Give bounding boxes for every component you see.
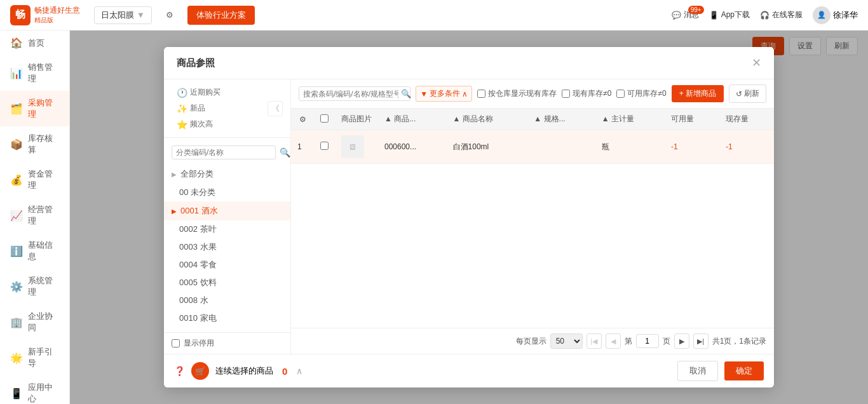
messages-button[interactable]: 💬 消息 99+	[672, 10, 699, 20]
available-stock-filter[interactable]: 可用库存≠0	[616, 88, 666, 99]
system-icon: ⚙️	[10, 281, 23, 293]
show-disabled-checkbox[interactable]	[172, 339, 180, 347]
nav-right: 💬 消息 99+ 📱 App下载 🎧 在线客服 👤 徐泽华	[672, 6, 858, 24]
by-warehouse-checkbox[interactable]	[477, 90, 485, 98]
category-item-fruit[interactable]: 0003 水果	[164, 238, 290, 256]
sidebar-item-basics[interactable]: ℹ️ 基础信息	[0, 233, 69, 269]
row-checkbox-cell	[314, 130, 335, 164]
sidebar-item-enterprise[interactable]: 🏢 企业协同	[0, 304, 69, 340]
product-reference-modal: 商品参照 ✕ 🕐 近期购买	[164, 47, 774, 387]
show-disabled-label[interactable]: 显示停用	[184, 338, 214, 349]
row-stock: -1	[719, 130, 774, 164]
home-icon: 🏠	[10, 37, 23, 49]
refresh-icon: ↺	[736, 90, 742, 98]
user-profile[interactable]: 👤 徐泽华	[813, 6, 858, 24]
apps-icon: 📱	[10, 387, 23, 400]
category-list: 🔍 ▶ 全部分类 00 未分类 ▶ 0001 酒水	[164, 138, 290, 332]
next-page-button[interactable]: ▶	[674, 333, 689, 349]
table-row: 1 🖼	[291, 130, 774, 164]
collapse-icon[interactable]: ∧	[296, 366, 302, 376]
th-available: 可用量	[665, 109, 719, 130]
product-pagination: 每页显示 20 50 100 |◀ ◀ 第 页 ▶	[291, 328, 774, 354]
expand-active-icon: ▶	[172, 208, 177, 215]
first-page-button[interactable]: |◀	[587, 333, 602, 349]
available-stock-checkbox[interactable]	[616, 90, 625, 98]
sidebar-item-home[interactable]: 🏠 首页	[0, 30, 69, 55]
th-unit: ▲ 主计量	[595, 109, 665, 130]
page-size-select[interactable]: 20 50 100	[550, 333, 583, 349]
modal-overlay: 商品参照 ✕ 🕐 近期购买	[70, 30, 868, 404]
help-icon[interactable]: ❓	[174, 366, 185, 376]
refresh-button[interactable]: ↺ 刷新	[729, 84, 766, 103]
sales-icon: 📊	[10, 67, 23, 79]
row-select-checkbox[interactable]	[320, 142, 329, 150]
category-item-beverage[interactable]: 0005 饮料	[164, 274, 290, 292]
last-page-button[interactable]: ▶|	[693, 333, 709, 349]
row-index: 1	[291, 130, 314, 164]
page-number-input[interactable]	[636, 334, 659, 348]
category-item-tea[interactable]: 0002 茶叶	[164, 220, 290, 238]
category-search-input[interactable]	[172, 145, 276, 159]
message-badge: 99+	[688, 6, 704, 14]
inventory-icon: 📦	[10, 138, 23, 151]
th-product-code: ▲ 商品...	[378, 109, 447, 130]
modal-header: 商品参照 ✕	[164, 47, 774, 79]
select-all-checkbox[interactable]	[320, 114, 329, 123]
settings-icon[interactable]: ⚙	[159, 5, 180, 25]
filter-icon: ▼	[420, 90, 428, 98]
app-download-button[interactable]: 📱 App下载	[709, 10, 750, 20]
new-product-button[interactable]: ✨ 新品	[172, 100, 264, 116]
search-icon[interactable]: 🔍	[401, 89, 411, 98]
sidebar-item-system[interactable]: ⚙️ 系统管理	[0, 269, 69, 304]
th-product-image: 商品图片	[335, 109, 378, 130]
add-product-button[interactable]: + 新增商品	[672, 85, 724, 102]
row-name: 白酒100ml	[447, 130, 528, 164]
message-icon: 💬	[672, 11, 681, 20]
main-layout: 🏠 首页 📊 销售管理 🗂️ 采购管理 📦 库存核算 💰 资金管理 📈 经营管理…	[0, 30, 868, 404]
sidebar-item-purchase[interactable]: 🗂️ 采购管理	[0, 91, 69, 126]
basics-icon: ℹ️	[10, 245, 23, 257]
product-panel: 🔍 ▼ 更多条件 ∧ 按仓库显示现有库存	[291, 79, 774, 354]
nav-selector[interactable]: 日太阳膜 ▼	[94, 6, 152, 24]
cart-count: 0	[282, 366, 287, 377]
th-checkbox	[314, 109, 335, 130]
has-stock-filter[interactable]: 现有库存≠0	[562, 88, 611, 99]
product-search-input[interactable]	[303, 90, 398, 98]
cta-button[interactable]: 体验行业方案	[187, 6, 255, 25]
category-search-icon[interactable]: 🔍	[280, 147, 290, 158]
category-footer: 显示停用	[164, 332, 290, 354]
clock-icon: 🕐	[177, 88, 187, 98]
sidebar-item-apps[interactable]: 📱 应用中心	[0, 375, 69, 404]
product-table-wrapper: ⚙ 商品图片 ▲ 商品...	[291, 109, 774, 328]
confirm-button[interactable]: 确定	[724, 361, 764, 380]
more-filter-button[interactable]: ▼ 更多条件 ∧	[416, 86, 472, 102]
sidebar-item-inventory[interactable]: 📦 库存核算	[0, 126, 69, 162]
category-item-alcohol[interactable]: ▶ 0001 酒水	[164, 201, 290, 220]
category-collapse-button[interactable]: 《	[268, 101, 283, 116]
enterprise-icon: 🏢	[10, 316, 23, 328]
sidebar-item-finance[interactable]: 💰 资金管理	[0, 162, 69, 198]
category-quick-nav: 🕐 近期购买 ✨ 新品 ⭐ 频次高	[164, 79, 290, 138]
category-item-appliance[interactable]: 0010 家电	[164, 309, 290, 327]
cancel-button[interactable]: 取消	[677, 361, 718, 381]
category-item-water[interactable]: 0008 水	[164, 292, 290, 309]
mobile-icon: 📱	[709, 11, 719, 20]
category-item-snack[interactable]: 0004 零食	[164, 256, 290, 274]
sidebar-item-sales[interactable]: 📊 销售管理	[0, 55, 69, 91]
by-warehouse-filter[interactable]: 按仓库显示现有库存	[477, 88, 557, 99]
frequent-product-button[interactable]: ⭐ 频次高	[172, 116, 264, 132]
dropdown-arrow-icon: ▼	[137, 10, 145, 20]
category-item-all[interactable]: ▶ 全部分类	[164, 165, 290, 184]
logo-area: 畅 畅捷通好生意 精品版	[10, 5, 80, 25]
online-service-button[interactable]: 🎧 在线客服	[760, 10, 803, 20]
category-item-uncategorized[interactable]: 00 未分类	[164, 184, 290, 201]
has-stock-checkbox[interactable]	[562, 90, 570, 98]
prev-page-button[interactable]: ◀	[606, 333, 621, 349]
sidebar-item-guide[interactable]: 🌟 新手引导	[0, 340, 69, 375]
cart-button[interactable]: 🛒	[191, 362, 209, 380]
sidebar-item-business[interactable]: 📈 经营管理	[0, 198, 69, 233]
modal-close-button[interactable]: ✕	[752, 56, 761, 70]
total-info: 共1页，1条记录	[712, 336, 766, 347]
recent-purchase-button[interactable]: 🕐 近期购买	[172, 84, 264, 100]
logo-text: 畅捷通好生意 精品版	[34, 5, 80, 25]
